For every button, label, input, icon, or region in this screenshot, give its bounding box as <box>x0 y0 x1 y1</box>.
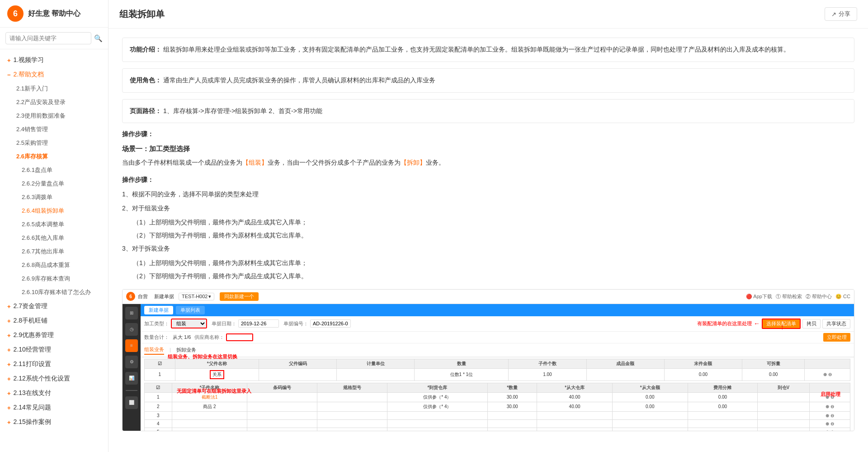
scenario1-title: 场景一：加工类型选择 <box>122 145 854 153</box>
sidebar-nav: + 1.视频学习 − 2.帮助文档 2.1新手入门 2.2产品安装及登录 2.3… <box>0 49 108 452</box>
step3-1: （1）上部明细为父件明细，最终作为原材料生成其它出库单； <box>122 257 854 269</box>
role-text: 通常由生产人员或库管人员完成拆装业务的操作，库管人员确认原材料的出库和产成品的入… <box>163 76 435 84</box>
mock-date-input[interactable] <box>238 319 279 328</box>
sidebar-item-2.15[interactable]: + 2.15操作案例 <box>0 415 108 429</box>
table-row: 1 关系 位数1 * 1位 1.00 0.00 <box>145 368 850 381</box>
sidebar-item-2.11[interactable]: + 2.11打印设置 <box>0 357 108 371</box>
screenshot-mockup: 6 自营 新建单据 TEST-H002 ▾ 同款新建一个 🔴 App下载 ① 帮… <box>122 289 854 431</box>
mock-icon-6: ⬜ <box>125 396 138 409</box>
sidebar-sub-2.5[interactable]: 2.5采购管理 <box>0 136 108 150</box>
sidebar-sub-2.6.5[interactable]: 2.6.5成本调整单 <box>0 218 108 231</box>
function-intro-label: 功能介绍： <box>130 46 161 53</box>
step2: 2、对于组装业务 <box>122 203 854 214</box>
mock-btn-action3[interactable]: 共享状态 <box>822 319 850 328</box>
mock-icon-1: ⊞ <box>125 307 138 319</box>
step2-1: （1）上部明细为父件明细，最终作为产成品生成其它入库单； <box>122 217 854 228</box>
table-row: 3 ⊕ ⊖ <box>145 411 850 419</box>
mock-btn-bom[interactable]: 选择装配清单 <box>762 319 801 329</box>
sidebar-sub-2.6.3[interactable]: 2.6.3调拨单 <box>0 190 108 204</box>
mock-icon-3: ≡ <box>125 339 138 352</box>
col-product: *父件名称 <box>175 359 259 368</box>
sidebar-item-label: 1.视频学习 <box>14 56 44 64</box>
role-label: 使用角色： <box>130 76 161 84</box>
col-total-cost: 成品金额 <box>586 359 664 368</box>
mock-sidebar: ⊞ ◷ ≡ ⚙ 📊 ⬜ <box>123 304 141 431</box>
mock-btn-action2[interactable]: 拷贝 <box>802 319 821 328</box>
mock-form-tabs: 新建单据 单据列表 <box>141 304 854 316</box>
sidebar-sub-2.6.7[interactable]: 2.6.7其他出库单 <box>0 245 108 258</box>
mock-type-assemble[interactable]: 组装业务 <box>144 345 164 355</box>
ops-steps-label: 操作步骤： <box>122 176 854 184</box>
sidebar-sub-2.6.9[interactable]: 2.6.9库存账本查询 <box>0 272 108 285</box>
sidebar-sub-2.6.4[interactable]: 2.6.4组装拆卸单 <box>0 204 108 218</box>
sidebar-sub-2.6.8[interactable]: 2.6.8商品成本重算 <box>0 258 108 272</box>
mock-doc-input[interactable] <box>310 319 351 328</box>
mock-app-logo: 6 <box>126 292 135 301</box>
content-area: 功能介绍： 组装拆卸单用来处理企业组装或拆卸等加工业务，支持有固定装配清单的产品… <box>108 29 868 452</box>
col-unit: 计量单位 <box>337 359 415 368</box>
collapse-icon: − <box>7 71 11 78</box>
sidebar-item-2.13[interactable]: + 2.13在线支付 <box>0 386 108 400</box>
sidebar-sub-2.6.6[interactable]: 2.6.6其他入库单 <box>0 231 108 245</box>
function-intro-block: 功能介绍： 组装拆卸单用来处理企业组装或拆卸等加工业务，支持有固定装配清单的产品… <box>122 38 854 62</box>
annotation-no-bom: 无固定清单可在组装拆卸这里录入 <box>177 388 251 395</box>
mock-tab-list: 单据列表 <box>176 306 205 314</box>
table-row: 2 商品 2 仅供参（* 4） 30.00 40.00 0.00 0.00 <box>145 402 850 411</box>
annotation-enable: 启用处理 <box>821 391 840 398</box>
sidebar-sub-2.6[interactable]: 2.6库存核算 <box>0 150 108 163</box>
sidebar-header: 6 好生意 帮助中心 <box>0 0 108 28</box>
search-icon[interactable]: 🔍 <box>94 34 103 43</box>
mock-field-type: 加工类型： 组装 <box>144 319 207 328</box>
path-label: 页面路径： <box>130 107 161 114</box>
col-unit-cost: 子件个数 <box>509 359 586 368</box>
mock-tab-new: 新建单据 <box>144 306 173 314</box>
sidebar-item-2.14[interactable]: + 2.14常见问题 <box>0 400 108 415</box>
sidebar-item-2.7[interactable]: + 2.7资金管理 <box>0 299 108 314</box>
mock-type-disassemble[interactable]: 拆卸业务 <box>176 346 196 354</box>
share-label: 分享 <box>839 10 850 18</box>
main-header: 组装拆卸单 ↗ 分享 <box>108 0 868 29</box>
table-row: 5 ⊕ ⊖ <box>145 428 850 431</box>
mock-icon-4: ⚙ <box>125 356 138 368</box>
mock-icon-5: 📊 <box>125 372 138 385</box>
sidebar-item-2.8[interactable]: + 2.8手机旺铺 <box>0 314 108 328</box>
sidebar-item-2.10[interactable]: + 2.10经营管理 <box>0 343 108 357</box>
sidebar-sub-2.2[interactable]: 2.2产品安装及登录 <box>0 95 108 109</box>
table-row: 4 ⊕ ⊖ <box>145 419 850 428</box>
col-qty: 数量 <box>415 359 509 368</box>
mock-type-section: 组装业务 | 拆卸业务 <box>141 343 854 357</box>
step2-2: （2）下部明细为子件明细，最终作为原材料生成其它出库单。 <box>122 230 854 241</box>
mock-upper-table: ☑ *父件名称 父件编码 计量单位 数量 子件个数 成品金额 末件金额 可拆量 <box>144 359 850 381</box>
sidebar-sub-2.6.2[interactable]: 2.6.2分量盘点单 <box>0 177 108 190</box>
sidebar-item-help[interactable]: − 2.帮助文档 <box>0 67 108 82</box>
mock-app-bar: 6 自营 新建单据 TEST-H002 ▾ 同款新建一个 🔴 App下载 ① 帮… <box>123 290 854 304</box>
mock-select-type[interactable]: 组装 <box>171 319 207 328</box>
sidebar-sub-2.1[interactable]: 2.1新手入门 <box>0 82 108 95</box>
mock-form-header: 加工类型： 组装 单据日期： 单据编号： <box>141 316 854 332</box>
app-title: 好生意 帮助中心 <box>28 9 80 19</box>
sidebar-sub-2.6.1[interactable]: 2.6.1盘点单 <box>0 163 108 177</box>
mock-search-row: 数量合计： 从大 1/6 供应商名称： 立即处理 <box>141 332 854 343</box>
expand-icon: + <box>7 57 11 64</box>
step3: 3、对于拆装业务 <box>122 243 854 254</box>
mock-btn-apply[interactable]: 立即处理 <box>823 333 850 342</box>
mock-parent-input[interactable]: 关系 <box>210 370 224 379</box>
sidebar-item-2.12[interactable]: + 2.12系统个性化设置 <box>0 371 108 386</box>
page-title: 组装拆卸单 <box>119 8 165 20</box>
ops-title: 操作步骤： <box>122 130 854 138</box>
step1: 1、根据不同的业务，选择不同单据的类型来处理 <box>122 189 854 200</box>
mock-upper-table-section: ☑ *父件名称 父件编码 计量单位 数量 子件个数 成品金额 末件金额 可拆量 <box>141 358 854 382</box>
sidebar-sub-2.3[interactable]: 2.3使用前数据准备 <box>0 109 108 123</box>
col-sku: 父件编码 <box>259 359 336 368</box>
sidebar-item-2.9[interactable]: + 2.9优惠券管理 <box>0 328 108 343</box>
mock-supplier-input[interactable] <box>226 333 253 341</box>
app-logo: 6 <box>7 5 24 22</box>
share-button[interactable]: ↗ 分享 <box>825 7 857 21</box>
sidebar-sub-2.6.10[interactable]: 2.6.10库存账本错了怎么办 <box>0 285 108 299</box>
sidebar-item-video[interactable]: + 1.视频学习 <box>0 53 108 67</box>
col-avail: 末件金额 <box>664 359 742 368</box>
search-input[interactable] <box>5 32 91 44</box>
path-block: 页面路径： 1、库存核算->库存管理->组装拆卸单 2、首页->常用功能 <box>122 99 854 124</box>
mock-divider <box>126 390 137 391</box>
sidebar-sub-2.4[interactable]: 2.4销售管理 <box>0 123 108 136</box>
